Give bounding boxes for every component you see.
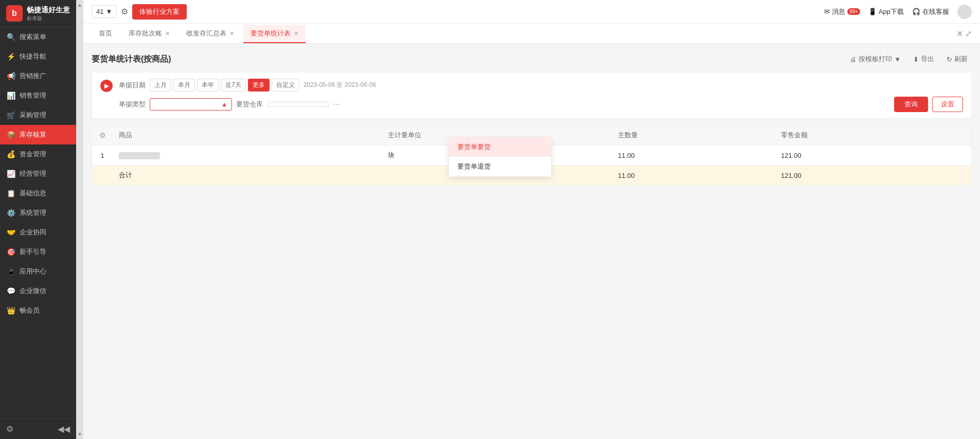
sidebar-item-label: 库存核算 [20, 130, 46, 139]
dropdown-item-order[interactable]: 要货单要货 [449, 137, 551, 157]
header-gear-icon[interactable]: ⚙ [121, 7, 128, 16]
top-header: 41 ▼ ⚙ 体验行业方案 ✉ 消息 99+ 📱 App下载 🎧 在线客服 [83, 0, 980, 24]
tab-close-all-btn[interactable]: ✕ [956, 29, 963, 39]
export-btn[interactable]: ⬇ 导出 [909, 52, 938, 66]
sidebar-item-weixin[interactable]: 💬 企业微信 [0, 281, 76, 301]
date-btn-this-month[interactable]: 本月 [173, 79, 195, 92]
filter-more-icon[interactable]: ⋯ [333, 100, 340, 108]
online-service-label: 在线客服 [922, 7, 949, 16]
type-dropdown: 要货单要货 要货单退货 [449, 137, 551, 177]
sidebar-item-basic[interactable]: 📋 基础信息 [0, 184, 76, 203]
tab-order-stats[interactable]: 要货单统计表 ✕ [243, 25, 306, 43]
warehouse-label: 要货仓库 [236, 100, 263, 109]
sidebar-item-label: 采购管理 [20, 111, 46, 120]
appcenter-icon: 📱 [6, 267, 15, 276]
sidebar-nav: 🔍 搜索菜单 ⚡ 快捷导航 📢 营销推广 📊 销售管理 🛒 采购管理 📦 库存核… [0, 27, 76, 418]
sidebar-item-label: 企业微信 [20, 286, 46, 296]
date-btn-more[interactable]: 更多 [248, 79, 270, 92]
main-area: 41 ▼ ⚙ 体验行业方案 ✉ 消息 99+ 📱 App下载 🎧 在线客服 [83, 0, 980, 439]
filter-card: ▶ 单据日期 上月 本月 本年 近7天 更多 自定义 2023-05-06 至 … [92, 72, 972, 119]
scroll-down[interactable]: ▼ [77, 431, 82, 437]
tab-expand-btn[interactable]: ⤢ [965, 29, 972, 39]
sidebar-item-label: 经营管理 [20, 169, 46, 178]
date-btn-custom[interactable]: 自定义 [272, 79, 299, 92]
tab-home[interactable]: 首页 [92, 25, 119, 43]
tab-receivables[interactable]: 收发存汇总表 ✕ [179, 25, 241, 43]
operations-icon: 📈 [6, 169, 15, 178]
date-quick-btns: 上月 本月 本年 近7天 更多 自定义 [150, 79, 299, 92]
col-product: 商品 [113, 125, 382, 145]
sidebar-item-label: 资金管理 [20, 150, 46, 159]
sidebar-item-system[interactable]: ⚙️ 系统管理 [0, 203, 76, 223]
sidebar-item-sales[interactable]: 📊 销售管理 [0, 86, 76, 105]
system-icon: ⚙️ [6, 208, 15, 217]
tab-order-stats-close[interactable]: ✕ [294, 30, 298, 37]
tab-receivables-close[interactable]: ✕ [229, 30, 234, 37]
sidebar-item-purchase[interactable]: 🛒 采购管理 [0, 105, 76, 125]
sidebar-item-inventory[interactable]: 📦 库存核算 [0, 125, 76, 144]
scroll-up[interactable]: ▲ [77, 2, 82, 8]
sidebar-item-finance[interactable]: 💰 资金管理 [0, 144, 76, 164]
finance-icon: 💰 [6, 150, 15, 159]
tab-home-label: 首页 [99, 29, 112, 38]
chevron-down-icon: ▼ [105, 8, 112, 15]
sales-icon: 📊 [6, 91, 15, 100]
warehouse-select[interactable] [267, 102, 329, 107]
sidebar-item-label: 应用中心 [20, 267, 46, 276]
app-download-btn[interactable]: 📱 App下载 [868, 7, 904, 16]
sidebar-item-member[interactable]: 👑 畅会员 [0, 301, 76, 320]
member-icon: 👑 [6, 306, 15, 315]
sidebar-item-operations[interactable]: 📈 经营管理 [0, 164, 76, 184]
trial-button[interactable]: 体验行业方案 [132, 4, 187, 20]
settings-bottom-icon[interactable]: ⚙ [6, 424, 13, 434]
sidebar-item-label: 基础信息 [20, 189, 46, 198]
sidebar-item-enterprise[interactable]: 🤝 企业协同 [0, 223, 76, 242]
tab-bar: 首页 库存批次账 ✕ 收发存汇总表 ✕ 要货单统计表 ✕ ✕ ⤢ [83, 24, 980, 44]
message-label: 消息 [832, 7, 845, 16]
date-btn-7days[interactable]: 近7天 [221, 79, 246, 92]
sidebar-item-label: 销售管理 [20, 91, 46, 100]
refresh-btn[interactable]: ↻ 刷新 [942, 52, 972, 66]
user-avatar[interactable] [957, 5, 972, 19]
logo-badge: 标准版 [27, 15, 70, 22]
headset-icon: 🎧 [912, 8, 920, 15]
row-no: 1 [92, 145, 113, 166]
sidebar-item-label: 新手引导 [20, 247, 46, 257]
col-retail-amount: 零售金额 [775, 125, 971, 145]
refresh-label: 刷新 [954, 54, 968, 64]
date-btn-this-year[interactable]: 本年 [197, 79, 219, 92]
sidebar-item-label: 快捷导航 [20, 52, 46, 61]
message-badge: 99+ [847, 8, 860, 15]
sidebar-item-appcenter[interactable]: 📱 应用中心 [0, 262, 76, 281]
refresh-icon: ↻ [947, 56, 952, 63]
sidebar-item-quicknav[interactable]: ⚡ 快捷导航 [0, 47, 76, 66]
sidebar-item-marketing[interactable]: 📢 营销推广 [0, 66, 76, 86]
print-btn[interactable]: 🖨 按模板打印 ▼ [846, 52, 905, 66]
sidebar-item-search[interactable]: 🔍 搜索菜单 [0, 27, 76, 47]
sidebar-item-guide[interactable]: 🎯 新手引导 [0, 242, 76, 262]
phone-icon: 📱 [868, 8, 877, 15]
filter-expand-btn[interactable]: ▶ [100, 80, 113, 92]
app-download-label: App下载 [879, 7, 904, 16]
store-selector[interactable]: 41 ▼ [92, 5, 117, 18]
collapse-button[interactable]: ◀◀ [58, 424, 70, 434]
dropdown-item-return[interactable]: 要货单退货 [449, 157, 551, 176]
page-title: 要货单统计表(按商品) [92, 54, 171, 65]
type-select[interactable]: ▲ [150, 98, 232, 111]
summary-quantity: 11.00 [612, 166, 775, 186]
online-service-btn[interactable]: 🎧 在线客服 [912, 7, 949, 16]
sidebar-item-label: 企业协同 [20, 228, 46, 237]
quicknav-icon: ⚡ [6, 52, 15, 61]
set-button[interactable]: 设置 [932, 97, 963, 112]
column-settings-icon[interactable]: ⚙ [99, 131, 106, 139]
chevron-down-icon: ▼ [894, 56, 901, 63]
content-area: 要货单统计表(按商品) 🖨 按模板打印 ▼ ⬇ 导出 ↻ 刷新 ▶ [83, 44, 980, 439]
message-btn[interactable]: ✉ 消息 99+ [824, 7, 860, 16]
date-label: 单据日期 [119, 81, 146, 90]
date-btn-last-month[interactable]: 上月 [150, 79, 171, 92]
tab-inventory-batch[interactable]: 库存批次账 ✕ [121, 25, 177, 43]
export-icon: ⬇ [913, 56, 919, 63]
page-actions: 🖨 按模板打印 ▼ ⬇ 导出 ↻ 刷新 [846, 52, 972, 66]
tab-inventory-batch-close[interactable]: ✕ [165, 30, 170, 37]
query-button[interactable]: 查询 [894, 97, 928, 112]
